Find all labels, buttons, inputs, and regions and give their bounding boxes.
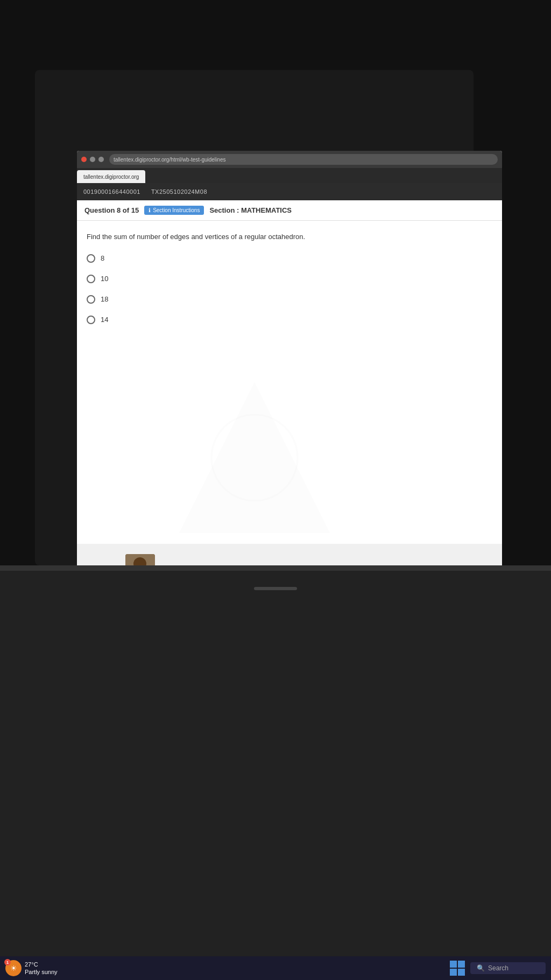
laptop-speaker [254,587,297,590]
id-toolbar: 0019000166440001 TX2505102024M08 [77,183,502,200]
taskbar-left: 1 ☀ 27°C Partly sunny [5,960,58,976]
section-instructions-icon: ℹ [149,207,151,213]
win-tile-3 [450,969,457,976]
radio-option-1[interactable] [87,254,95,263]
radio-option-3[interactable] [87,295,95,304]
option-row-3[interactable]: 18 [87,295,492,304]
content-area: Question 8 of 15 ℹ Section Instructions … [77,200,502,544]
question-counter: Question 8 of 15 [84,206,139,214]
laptop-bottom [0,571,551,980]
laptop-outer: tallentex.digiproctor.org/html/wb-test-g… [0,0,551,980]
win-tile-4 [458,969,465,976]
search-label: Search [488,964,508,972]
option-label-4: 14 [101,316,108,324]
browser-close-dot[interactable] [81,157,87,162]
option-label-1: 8 [101,254,104,262]
win-tile-2 [458,961,465,968]
weather-badge: 1 [4,959,11,965]
question-header: Question 8 of 15 ℹ Section Instructions … [77,200,502,221]
section-instructions-button[interactable]: ℹ Section Instructions [144,206,204,215]
id-number: 0019000166440001 [83,188,140,195]
browser-url: tallentex.digiproctor.org/html/wb-test-g… [114,157,225,163]
browser-address-bar[interactable]: tallentex.digiproctor.org/html/wb-test-g… [109,154,498,165]
weather-info: 27°C Partly sunny [25,961,58,976]
weather-condition: Partly sunny [25,968,58,976]
weather-temp: 27°C [25,961,58,968]
browser-window: tallentex.digiproctor.org/html/wb-test-g… [77,151,502,635]
taskbar-search-bar[interactable]: 🔍 Search [470,962,546,974]
browser-minimize-dot[interactable] [90,157,95,162]
weather-icon: 1 ☀ [5,960,22,976]
section-label: Section : MATHEMATICS [209,206,292,214]
sun-icon: ☀ [10,964,17,972]
browser-chrome: tallentex.digiproctor.org/html/wb-test-g… [77,151,502,168]
option-row-2[interactable]: 10 [87,275,492,283]
svg-marker-0 [179,382,330,533]
taskbar: 1 ☀ 27°C Partly sunny 🔍 Search [0,956,551,980]
screen-bezel: tallentex.digiproctor.org/html/wb-test-g… [35,70,474,565]
win-tile-1 [450,961,457,968]
weather-widget[interactable]: 1 ☀ 27°C Partly sunny [5,960,58,976]
tab-bar: tallentex.digiproctor.org [77,168,502,183]
watermark [174,377,335,538]
browser-maximize-dot[interactable] [98,157,104,162]
option-label-2: 10 [101,275,108,283]
active-browser-tab[interactable]: tallentex.digiproctor.org [77,170,145,183]
radio-option-2[interactable] [87,275,95,283]
option-label-3: 18 [101,295,108,303]
question-text: Find the sum of number of edges and vert… [87,232,492,242]
taskbar-right: 🔍 Search [450,961,546,976]
radio-option-4[interactable] [87,316,95,324]
section-instructions-label: Section Instructions [153,207,200,213]
search-icon: 🔍 [477,964,485,972]
tab-label: tallentex.digiproctor.org [83,174,139,180]
tx-code: TX2505102024M08 [151,188,207,195]
windows-start-button[interactable] [450,961,465,976]
option-row-4[interactable]: 14 [87,316,492,324]
option-row-1[interactable]: 8 [87,254,492,263]
question-body: Find the sum of number of edges and vert… [77,221,502,544]
